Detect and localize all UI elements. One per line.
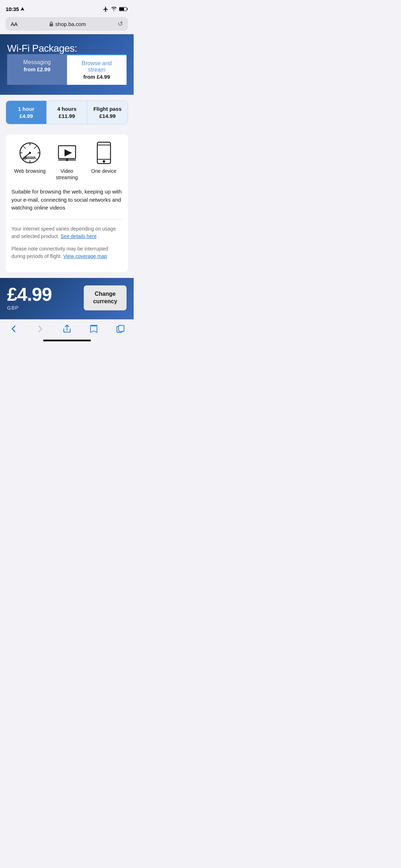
- address-bar-inner[interactable]: AA shop.ba.com ↺: [6, 17, 128, 31]
- status-bar: 10:35: [0, 0, 134, 16]
- tab-messaging[interactable]: Messaging from £2.99: [7, 54, 67, 85]
- duration-4hours[interactable]: 4 hours £11.99: [47, 101, 87, 124]
- features-section: Web browsing Video streaming: [6, 134, 128, 272]
- wifi-icon: [111, 6, 117, 11]
- duration-1hour-label: 1 hour: [9, 106, 43, 112]
- duration-flightpass-price: £14.99: [90, 113, 125, 119]
- divider: [11, 219, 122, 219]
- url-display[interactable]: shop.ba.com: [20, 21, 115, 27]
- package-tabs: Messaging from £2.99 Browse and stream f…: [7, 54, 127, 85]
- description-text: Suitable for browsing the web, keeping u…: [11, 188, 122, 212]
- one-device-label: One device: [91, 168, 117, 174]
- aa-text[interactable]: AA: [11, 21, 17, 27]
- page-title: Wi-Fi Packages:: [7, 43, 127, 54]
- lock-icon: [49, 21, 53, 26]
- web-browsing-icon: [19, 141, 41, 164]
- hero-banner: Wi-Fi Packages: Messaging from £2.99 Bro…: [0, 34, 134, 95]
- footer-price-section: £4.99 GBP: [7, 285, 52, 311]
- duration-flightpass-label: Flight pass: [90, 106, 125, 112]
- address-bar: AA shop.ba.com ↺: [0, 16, 134, 34]
- feature-one-device: One device: [85, 141, 122, 181]
- coverage-map-link[interactable]: View coverage map: [63, 253, 107, 259]
- feature-web-browsing: Web browsing: [11, 141, 48, 181]
- battery-icon: [119, 7, 128, 11]
- duration-4hours-price: £11.99: [50, 113, 84, 119]
- home-indicator: [0, 337, 134, 343]
- svg-rect-1: [127, 8, 128, 10]
- bookmarks-button[interactable]: [86, 322, 102, 335]
- video-streaming-icon: [56, 141, 78, 164]
- duration-4hours-label: 4 hours: [50, 106, 84, 112]
- duration-flightpass[interactable]: Flight pass £14.99: [87, 101, 128, 124]
- svg-rect-2: [119, 7, 124, 10]
- svg-rect-16: [119, 325, 124, 331]
- location-arrow-icon: [20, 7, 25, 11]
- footer-price: £4.99: [7, 285, 52, 304]
- tab-messaging-label: Messaging: [13, 59, 61, 66]
- url-text: shop.ba.com: [55, 21, 86, 27]
- svg-marker-8: [65, 149, 72, 156]
- safari-bottom-bar: [0, 319, 134, 337]
- tab-messaging-price: from £2.99: [13, 66, 61, 72]
- duration-1hour[interactable]: 1 hour £4.99: [6, 101, 47, 124]
- duration-1hour-price: £4.99: [9, 113, 43, 119]
- share-button[interactable]: [59, 322, 75, 335]
- features-icons: Web browsing Video streaming: [11, 141, 122, 181]
- airplane-icon: [103, 6, 109, 12]
- change-currency-button[interactable]: Changecurrency: [84, 285, 127, 310]
- svg-rect-3: [50, 24, 53, 26]
- duration-selector: 1 hour £4.99 4 hours £11.99 Flight pass …: [6, 100, 128, 124]
- feature-video-streaming: Video streaming: [48, 141, 86, 181]
- status-time: 10:35: [6, 6, 25, 12]
- video-streaming-label: Video streaming: [56, 168, 78, 181]
- footer-currency: GBP: [7, 305, 52, 311]
- svg-point-10: [66, 159, 68, 161]
- tab-browse-label: Browse and stream: [73, 60, 121, 73]
- tab-browse[interactable]: Browse and stream from £4.99: [67, 54, 127, 85]
- svg-point-12: [103, 160, 105, 163]
- one-device-icon: [92, 141, 115, 164]
- see-details-link[interactable]: See details here: [61, 233, 97, 239]
- web-browsing-label: Web browsing: [14, 168, 46, 174]
- home-bar: [43, 340, 91, 341]
- tab-browse-price: from £4.99: [73, 74, 121, 80]
- forward-button[interactable]: [32, 322, 48, 335]
- status-icons: [103, 6, 128, 12]
- back-button[interactable]: [6, 322, 21, 335]
- footer-price-bar: £4.99 GBP Changecurrency: [0, 278, 134, 319]
- time-display: 10:35: [6, 6, 19, 12]
- info-text-2: Please note connectivity may be interrup…: [11, 245, 122, 260]
- tabs-button[interactable]: [113, 322, 128, 335]
- refresh-icon[interactable]: ↺: [118, 20, 123, 28]
- info-text-1: Your internet speed varies depending on …: [11, 225, 122, 240]
